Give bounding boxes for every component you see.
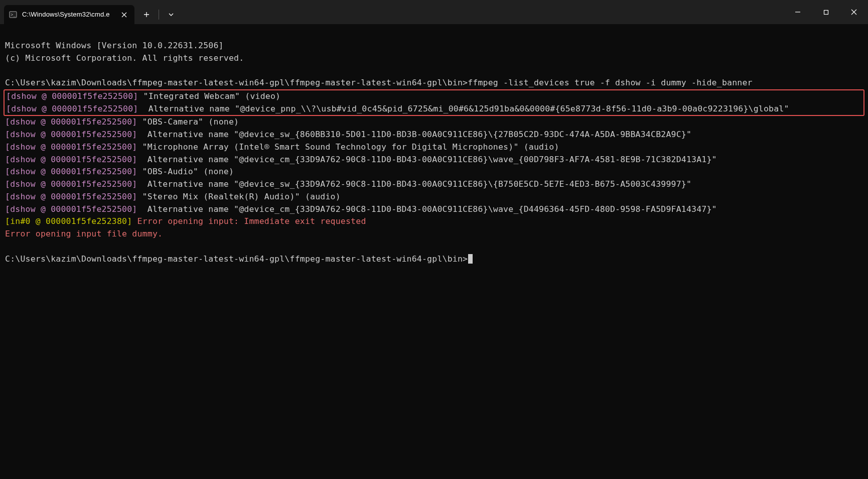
dshow-tag: [dshow @ 000001f5fe252500] (5, 179, 137, 189)
device-2-altname: Alternative name "@device_sw_{860BB310-5… (137, 130, 691, 139)
in0-tag: [in#0 @ 000001f5fe252380] (5, 216, 132, 226)
svg-text:>_: >_ (11, 13, 16, 17)
tab-dropdown-button[interactable] (162, 7, 180, 22)
dshow-tag: [dshow @ 000001f5fe252500] (5, 117, 137, 127)
close-button[interactable] (840, 2, 868, 22)
titlebar-divider (159, 10, 159, 20)
dshow-tag: [dshow @ 000001f5fe252500] (5, 167, 137, 176)
error-2: Error opening input file dummy. (5, 229, 163, 238)
maximize-button[interactable] (812, 2, 840, 22)
device-4-altname: Alternative name "@device_sw_{33D9A762-9… (137, 179, 691, 189)
dshow-tag: [dshow @ 000001f5fe252500] (5, 142, 137, 152)
device-1-name: "Integrated Webcam" (video) (138, 91, 280, 101)
highlighted-region: [dshow @ 000001f5fe252500] "Integrated W… (4, 89, 864, 116)
device-2-name: "OBS-Camera" (none) (137, 117, 239, 127)
minimize-button[interactable] (784, 2, 812, 22)
device-4-name: "OBS-Audio" (none) (137, 167, 234, 176)
version-line: Microsoft Windows [Version 10.0.22631.25… (5, 41, 224, 50)
dshow-tag: [dshow @ 000001f5fe252500] (5, 192, 137, 201)
cmd-icon: >_ (9, 11, 17, 19)
tab-title: C:\Windows\System32\cmd.e (22, 10, 114, 20)
copyright-line: (c) Microsoft Corporation. All rights re… (5, 53, 244, 63)
terminal-output[interactable]: Microsoft Windows [Version 10.0.22631.25… (0, 24, 868, 268)
prompt-line-1: C:\Users\kazim\Downloads\ffmpeg-master-l… (5, 78, 753, 87)
device-5-altname: Alternative name "@device_cm_{33D9A762-9… (137, 204, 716, 214)
cursor (468, 254, 473, 264)
tab-actions (134, 5, 180, 24)
device-5-name: "Stereo Mix (Realtek(R) Audio)" (audio) (137, 192, 340, 201)
device-3-name: "Microphone Array (Intel® Smart Sound Te… (137, 142, 559, 152)
new-tab-button[interactable] (137, 7, 156, 22)
command-1: ffmpeg -list_devices true -f dshow -i du… (468, 78, 753, 87)
dshow-tag: [dshow @ 000001f5fe252500] (5, 130, 137, 139)
prompt-line-2: C:\Users\kazim\Downloads\ffmpeg-master-l… (5, 254, 473, 264)
active-tab[interactable]: >_ C:\Windows\System32\cmd.e (4, 5, 134, 24)
dshow-tag: [dshow @ 000001f5fe252500] (6, 91, 138, 101)
tab-close-button[interactable] (119, 10, 128, 19)
dshow-tag: [dshow @ 000001f5fe252500] (6, 104, 138, 113)
dshow-tag: [dshow @ 000001f5fe252500] (5, 204, 137, 214)
window-controls (784, 2, 868, 24)
prompt-2-path: C:\Users\kazim\Downloads\ffmpeg-master-l… (5, 254, 468, 264)
device-1-altname: Alternative name "@device_pnp_\\?\usb#vi… (138, 104, 789, 113)
error-1: Error opening input: Immediate exit requ… (132, 216, 366, 226)
prompt-1-path: C:\Users\kazim\Downloads\ffmpeg-master-l… (5, 78, 468, 87)
svg-rect-2 (824, 10, 828, 14)
device-3-altname: Alternative name "@device_cm_{33D9A762-9… (137, 155, 716, 164)
titlebar: >_ C:\Windows\System32\cmd.e (0, 0, 868, 24)
dshow-tag: [dshow @ 000001f5fe252500] (5, 155, 137, 164)
